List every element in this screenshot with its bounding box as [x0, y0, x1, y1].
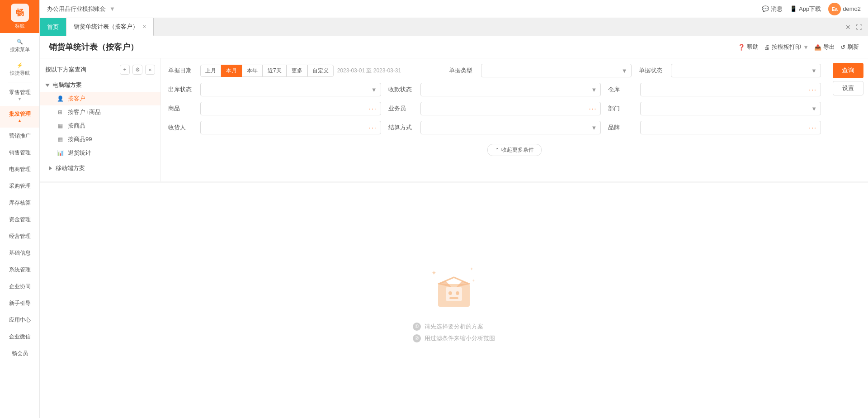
settings-button[interactable]: 设置 — [833, 81, 863, 95]
scheme-desktop-group-header[interactable]: 电脑端方案 — [40, 78, 160, 92]
logo-icon: 畅 — [11, 4, 29, 22]
sidebar-item-enterprise[interactable]: 企业协同 — [0, 278, 39, 295]
enterprise-label: 企业协同 — [9, 283, 31, 290]
app-download-button[interactable]: 📱 App下载 — [790, 5, 821, 13]
left-panel-icons: + ⚙ « — [120, 65, 155, 75]
ecommerce-label: 电商管理 — [9, 166, 31, 173]
collapse-label: 收起更多条件 — [501, 146, 534, 154]
scheme-item-return-stats[interactable]: 📊 退货统计 — [40, 146, 160, 160]
tip-number-2: ② — [413, 334, 421, 342]
sidebar-quick-nav-item[interactable]: ⚡ 快捷导航 — [0, 57, 39, 80]
order-type-select[interactable]: ▼ — [481, 64, 631, 77]
sidebar-item-marketing[interactable]: 营销推广 — [0, 128, 39, 144]
scheme-item-by-customer-product[interactable]: ⊞ 按客户+商品 — [40, 105, 160, 119]
scheme-customer-label: 按客户 — [68, 95, 85, 103]
help-button[interactable]: ❓ 帮助 — [738, 43, 759, 51]
sidebar-logo[interactable]: 畅 标账 — [0, 0, 39, 33]
inventory-label: 库存核算 — [9, 199, 31, 207]
settlement-select[interactable]: ▼ — [420, 121, 601, 134]
receiver-select[interactable]: ··· — [200, 121, 381, 134]
collapse-scheme-button[interactable]: « — [145, 65, 155, 75]
brand-select[interactable]: ··· — [640, 121, 821, 134]
date-label: 单据日期 — [168, 66, 193, 75]
empty-tip-2: ② 用过滤条件来缩小分析范围 — [413, 334, 495, 342]
topbar-dropdown-icon[interactable]: ▼ — [109, 5, 115, 12]
sidebar-item-finance[interactable]: 资金管理 — [0, 211, 39, 228]
out-status-select[interactable]: ▼ — [200, 83, 381, 96]
salesperson-dots: ··· — [589, 105, 597, 112]
scheme-mobile-group-header[interactable]: 移动端方案 — [40, 162, 160, 175]
message-button[interactable]: 💬 消息 — [762, 5, 783, 13]
tab-close-icon[interactable]: × — [143, 24, 146, 30]
sidebar-item-basic-info[interactable]: 基础信息 — [0, 245, 39, 261]
query-button[interactable]: 查询 — [833, 63, 863, 78]
scheme-return-icon: 📊 — [56, 149, 64, 157]
window-close-button[interactable]: ✕ — [844, 24, 852, 31]
brand-dots: ··· — [809, 124, 817, 131]
collapse-more-button[interactable]: ⌃ 收起更多条件 — [487, 144, 542, 156]
scheme-mobile-group: 移动端方案 — [40, 162, 160, 175]
sidebar-item-retail[interactable]: 零售管理 ▼ — [0, 84, 39, 106]
user-profile[interactable]: Ea demo2 — [828, 3, 861, 15]
refresh-button[interactable]: ↺ 刷新 — [840, 43, 859, 51]
operations-label: 经营管理 — [9, 233, 31, 240]
order-status-select[interactable]: ▼ — [671, 64, 821, 77]
filter-out-status-item: 出库状态 ▼ — [168, 83, 381, 96]
date-btn-this-year[interactable]: 本年 — [242, 65, 263, 77]
out-status-arrow: ▼ — [371, 86, 377, 93]
basic-info-label: 基础信息 — [9, 249, 31, 257]
sidebar-item-member[interactable]: 畅会员 — [0, 345, 39, 362]
sidebar-item-inventory[interactable]: 库存核算 — [0, 195, 39, 211]
export-label: 导出 — [823, 43, 835, 51]
payment-status-select[interactable]: ▼ — [420, 83, 601, 96]
tab-home[interactable]: 首页 — [40, 18, 66, 36]
sidebar-item-ecommerce[interactable]: 电商管理 — [0, 161, 39, 178]
sidebar-item-operations[interactable]: 经营管理 — [0, 228, 39, 245]
app-center-label: 应用中心 — [9, 316, 31, 324]
tab-sales-stats[interactable]: 销货单统计表（按客户） × — [66, 18, 154, 36]
department-select[interactable]: ▼ — [640, 102, 821, 115]
date-buttons: 上月 本月 本年 近7天 更多 自定义 — [200, 65, 334, 77]
add-scheme-button[interactable]: + — [120, 65, 130, 75]
print-button[interactable]: 🖨 按模板打印 ▼ — [764, 43, 809, 51]
date-btn-this-month[interactable]: 本月 — [221, 65, 242, 77]
order-type-arrow: ▼ — [622, 67, 627, 74]
mobile-group-collapse-icon — [49, 166, 52, 171]
date-btn-last-7-days[interactable]: 近7天 — [263, 65, 287, 77]
date-btn-more[interactable]: 更多 — [287, 65, 307, 77]
collapse-bar: ⌃ 收起更多条件 — [161, 140, 868, 160]
filter-row-4: 收货人 ··· 结算方式 ▼ — [168, 121, 821, 134]
wholesale-arrow: ▲ — [18, 118, 22, 123]
export-button[interactable]: 📤 导出 — [814, 43, 835, 51]
app-download-label: App下载 — [799, 5, 821, 13]
sidebar-item-sales[interactable]: 销售管理 — [0, 144, 39, 161]
date-filter-control: 上月 本月 本年 近7天 更多 自定义 2023-03-01 至 2023-03… — [200, 65, 442, 77]
window-maximize-button[interactable]: ⛶ — [855, 24, 863, 31]
date-btn-last-month[interactable]: 上月 — [200, 65, 221, 77]
tutorial-label: 新手引导 — [9, 299, 31, 307]
nav-icon: ⚡ — [17, 62, 23, 68]
scheme-item-by-product[interactable]: ▦ 按商品 — [40, 119, 160, 133]
scheme-item-by-product99[interactable]: ▦ 按商品99 — [40, 133, 160, 146]
svg-text:✦: ✦ — [470, 266, 473, 271]
sidebar-item-wholesale[interactable]: 批发管理 ▲ — [0, 106, 39, 128]
date-btn-custom[interactable]: 自定义 — [307, 65, 334, 77]
sidebar-item-app-center[interactable]: 应用中心 — [0, 312, 39, 328]
date-range: 2023-03-01 至 2023-03-31 — [337, 67, 401, 75]
sidebar-item-wechat[interactable]: 企业微信 — [0, 328, 39, 345]
product-select[interactable]: ··· — [200, 102, 381, 115]
salesperson-select[interactable]: ··· — [420, 102, 601, 115]
sidebar-item-system[interactable]: 系统管理 — [0, 261, 39, 278]
message-icon: 💬 — [762, 5, 769, 12]
sidebar-search-item[interactable]: 🔍 搜索菜单 — [0, 33, 39, 57]
scheme-item-by-customer[interactable]: 👤 按客户 — [40, 92, 160, 105]
tip-number-1: ① — [413, 323, 421, 331]
sidebar-item-tutorial[interactable]: 新手引导 — [0, 295, 39, 312]
svg-point-2 — [448, 291, 452, 295]
sidebar-item-purchase[interactable]: 采购管理 — [0, 178, 39, 195]
warehouse-select[interactable]: ··· — [640, 83, 821, 96]
action-buttons: 查询 设置 — [828, 58, 868, 140]
mobile-group-label: 移动端方案 — [56, 164, 85, 172]
settings-scheme-button[interactable]: ⚙ — [132, 65, 142, 75]
add-icon: + — [123, 66, 126, 73]
